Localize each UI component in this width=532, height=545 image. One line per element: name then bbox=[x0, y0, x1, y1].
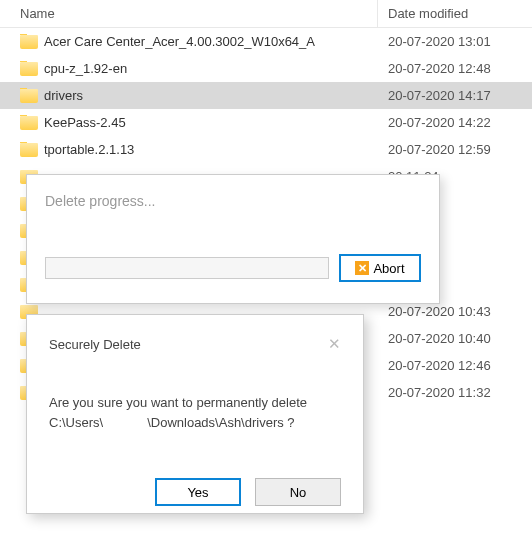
abort-label: Abort bbox=[373, 261, 404, 276]
file-name: tportable.2.1.13 bbox=[44, 142, 134, 157]
cell-date: 20-07-2020 10:43 bbox=[378, 304, 532, 319]
cell-date: 20-07-2020 14:22 bbox=[378, 115, 532, 130]
no-button[interactable]: No bbox=[255, 478, 341, 506]
cell-date: 20-07-2020 10:40 bbox=[378, 331, 532, 346]
close-icon[interactable]: ✕ bbox=[328, 335, 341, 353]
cell-name: cpu-z_1.92-en bbox=[0, 61, 378, 76]
securely-delete-dialog: Securely Delete ✕ Are you sure you want … bbox=[26, 314, 364, 514]
dialog-title: Securely Delete bbox=[49, 337, 141, 352]
dialog-title: Delete progress... bbox=[45, 193, 421, 209]
folder-icon bbox=[20, 35, 38, 49]
redacted-username bbox=[103, 415, 147, 427]
file-name: Acer Care Center_Acer_4.00.3002_W10x64_A bbox=[44, 34, 315, 49]
column-headers: Name Date modified bbox=[0, 0, 532, 28]
table-row[interactable]: KeePass-2.4520-07-2020 14:22 bbox=[0, 109, 532, 136]
cell-name: drivers bbox=[0, 88, 378, 103]
confirm-message: Are you sure you want to permanently del… bbox=[49, 393, 341, 432]
table-row[interactable]: tportable.2.1.1320-07-2020 12:59 bbox=[0, 136, 532, 163]
cancel-icon: ✕ bbox=[355, 261, 369, 275]
header-name[interactable]: Name bbox=[0, 0, 378, 27]
cell-date: 20-07-2020 12:46 bbox=[378, 358, 532, 373]
table-row[interactable]: Acer Care Center_Acer_4.00.3002_W10x64_A… bbox=[0, 28, 532, 55]
delete-progress-dialog: Delete progress... ✕ Abort bbox=[26, 174, 440, 304]
cell-name: KeePass-2.45 bbox=[0, 115, 378, 130]
cell-date: 20-07-2020 12:48 bbox=[378, 61, 532, 76]
cell-name: Acer Care Center_Acer_4.00.3002_W10x64_A bbox=[0, 34, 378, 49]
folder-icon bbox=[20, 62, 38, 76]
cell-name: tportable.2.1.13 bbox=[0, 142, 378, 157]
folder-icon bbox=[20, 89, 38, 103]
folder-icon bbox=[20, 143, 38, 157]
progress-bar bbox=[45, 257, 329, 279]
yes-button[interactable]: Yes bbox=[155, 478, 241, 506]
table-row[interactable]: drivers20-07-2020 14:17 bbox=[0, 82, 532, 109]
file-name: cpu-z_1.92-en bbox=[44, 61, 127, 76]
cell-date: 20-07-2020 14:17 bbox=[378, 88, 532, 103]
cell-date: 20-07-2020 11:32 bbox=[378, 385, 532, 400]
file-name: drivers bbox=[44, 88, 83, 103]
file-name: KeePass-2.45 bbox=[44, 115, 126, 130]
abort-button[interactable]: ✕ Abort bbox=[339, 254, 421, 282]
table-row[interactable]: cpu-z_1.92-en20-07-2020 12:48 bbox=[0, 55, 532, 82]
cell-date: 20-07-2020 13:01 bbox=[378, 34, 532, 49]
header-date[interactable]: Date modified bbox=[378, 0, 532, 27]
cell-date: 20-07-2020 12:59 bbox=[378, 142, 532, 157]
folder-icon bbox=[20, 116, 38, 130]
